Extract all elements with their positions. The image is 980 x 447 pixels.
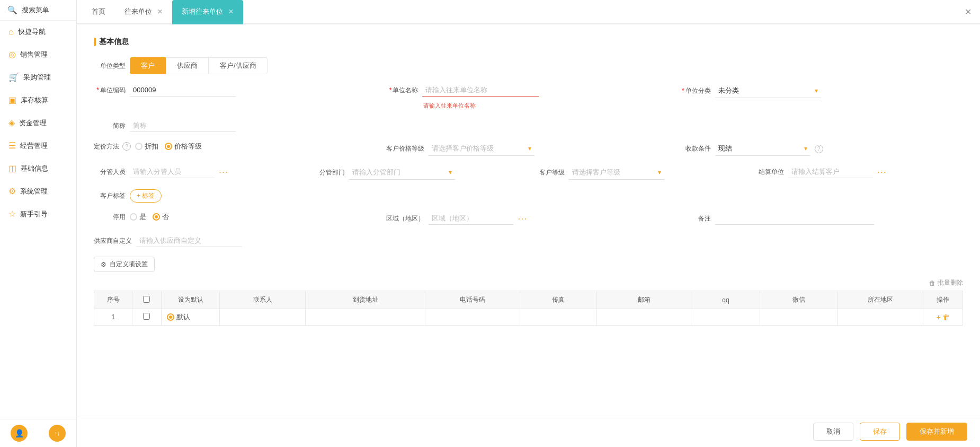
region-input[interactable] [429,212,513,225]
sidebar-item-operations[interactable]: ☰ 经营管理 [0,134,76,157]
pricing-help-icon[interactable]: ? [122,142,131,151]
pricing-price-level-option[interactable]: 价格等级 [165,142,202,151]
sales-icon: ◎ [8,49,16,59]
sidebar-item-sales[interactable]: ◎ 销售管理 [0,43,76,66]
region-more-btn[interactable]: ··· [518,213,527,224]
row-actions: + 🗑 [923,309,963,326]
tab-partners-close[interactable]: ✕ [157,8,163,15]
add-tag-button[interactable]: + 标签 [130,189,162,203]
sidebar-item-basic-info[interactable]: ◫ 基础信息 [0,157,76,180]
payment-terms-field: 收款条件 现结 ▾ ? [679,142,963,156]
payment-terms-select[interactable]: 现结 ▾ [715,142,810,156]
cancel-button[interactable]: 取消 [813,423,853,441]
short-name-input[interactable] [130,119,236,132]
customer-price-select[interactable]: 请选择客户价格等级 ▾ [429,142,534,156]
unit-name-label: *单位名称 [386,86,418,95]
row-checkbox[interactable] [143,313,150,320]
settlement-input[interactable] [788,165,873,178]
save-new-button[interactable]: 保存并新增 [906,423,967,441]
batch-delete-label[interactable]: 批量删除 [938,278,963,287]
settlement-field: 结算单位 ··· [752,165,963,178]
sidebar-item-finance[interactable]: ◈ 资金管理 [0,111,76,134]
remark-input[interactable] [715,212,874,225]
table-select-all[interactable] [143,296,150,303]
unit-category-label: *单位分类 [679,86,711,95]
short-name-field: 简称 [94,119,963,132]
unit-name-star: * [389,86,392,94]
sidebar-item-inventory[interactable]: ▣ 库存核算 [0,89,76,111]
phone-input[interactable] [449,313,496,321]
settlement-more-btn[interactable]: ··· [877,166,887,178]
email-input[interactable] [620,313,668,321]
disabled-region-row: 停用 是 否 区域（地区） ··· [94,212,963,225]
unit-type-both-btn[interactable]: 客户/供应商 [209,57,268,74]
tab-partners[interactable]: 往来单位 ✕ [115,0,172,24]
wechat-input[interactable] [780,313,817,321]
main-content: 首页 往来单位 ✕ 新增往来单位 ✕ ✕ 基本信息 单位类型 客户 供应商 客户… [77,0,980,447]
sidebar-item-guide[interactable]: ☆ 新手引导 [0,203,76,225]
sidebar-item-quicknav[interactable]: ⌂ 快捷导航 [0,21,76,43]
disabled-no-option[interactable]: 否 [153,212,169,222]
manager-more-btn[interactable]: ··· [219,166,228,178]
batch-delete-area: 🗑 批量删除 [94,278,963,287]
col-address: 到货地址 [306,291,425,309]
sidebar-search[interactable]: 🔍 搜索菜单 [0,0,76,21]
customer-level-arrow: ▾ [658,169,661,176]
custom-settings-button[interactable]: ⚙ 自定义项设置 [94,257,155,272]
dept-select[interactable]: 请输入分管部门 ▾ [349,165,455,180]
manager-input[interactable] [130,165,215,178]
save-button[interactable]: 保存 [860,423,900,441]
payment-terms-help[interactable]: ? [815,145,823,153]
remark-field: 备注 [679,212,963,225]
row-delete-btn[interactable]: 🗑 [942,313,950,321]
qq-input[interactable] [710,313,742,321]
disabled-yes-label: 是 [139,212,146,222]
unit-category-select[interactable]: 未分类 ▾ [715,84,821,98]
tab-home[interactable]: 首页 [82,0,115,24]
sidebar-item-label: 销售管理 [20,50,48,59]
disabled-yes-option[interactable]: 是 [130,212,146,222]
fax-input[interactable] [540,313,577,321]
default-radio-circle [167,313,174,321]
row-default: 默认 [161,309,220,326]
tab-close-all-icon[interactable]: ✕ [965,7,972,17]
unit-code-label: *单位编码 [94,86,126,95]
tab-new-partner-close[interactable]: ✕ [228,8,234,15]
dept-placeholder: 请输入分管部门 [352,168,447,177]
contacts-table: 序号 设为默认 联系人 到货地址 电话号码 传真 邮箱 qq 微信 所在地区 操… [94,291,963,326]
unit-code-star: * [96,86,99,94]
settlement-label: 结算单位 [752,168,784,177]
contact-input[interactable] [242,313,284,321]
unit-type-supplier-btn[interactable]: 供应商 [166,57,209,74]
pricing-row: 定价方法 ? 折扣 价格等级 客户价格等级 [94,142,963,156]
address-input[interactable] [334,313,397,321]
price-level-radio [165,143,172,150]
row-add-btn[interactable]: + [936,313,940,321]
unit-category-arrow: ▾ [815,87,818,94]
sidebar-stats[interactable]: ↑↓ [49,425,66,442]
sidebar-item-purchase[interactable]: 🛒 采购管理 [0,66,76,89]
row-email [597,309,691,326]
disabled-no-label: 否 [162,212,169,222]
table-row: 1 默认 [94,309,963,326]
row-default-radio[interactable]: 默认 [167,312,215,322]
supplier-custom-input[interactable] [136,234,242,247]
pricing-discount-option[interactable]: 折扣 [135,142,158,151]
region-row-input[interactable] [859,313,902,321]
unit-type-customer-btn[interactable]: 客户 [130,57,166,74]
customer-level-select[interactable]: 请选择客户等级 ▾ [569,165,664,180]
row-address [306,309,425,326]
sidebar-item-system[interactable]: ⚙ 系统管理 [0,180,76,203]
tab-new-partner[interactable]: 新增往来单位 ✕ [172,0,243,24]
unit-name-input[interactable] [422,84,539,97]
tag-row: 客户标签 + 标签 [94,189,963,203]
sidebar-item-label: 资金管理 [19,118,47,128]
unit-type-row: 单位类型 客户 供应商 客户/供应商 [94,57,963,74]
sidebar-avatar[interactable]: 👤 [11,425,28,442]
batch-delete-icon: 🗑 [929,279,936,287]
unit-code-input[interactable] [130,84,236,97]
purchase-icon: 🛒 [8,72,19,82]
sidebar-item-label: 系统管理 [20,187,48,196]
table-header-row: 序号 设为默认 联系人 到货地址 电话号码 传真 邮箱 qq 微信 所在地区 操… [94,291,963,309]
customer-price-placeholder: 请选择客户价格等级 [432,144,526,153]
